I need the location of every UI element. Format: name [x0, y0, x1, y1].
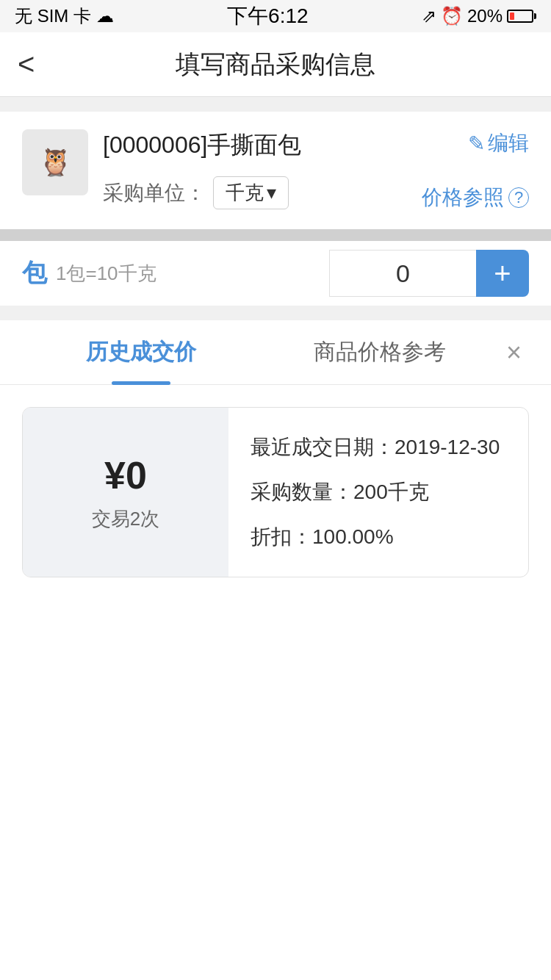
status-bar-left: 无 SIM 卡 ☁ — [15, 4, 114, 28]
alarm-icon: ⏰ — [441, 6, 463, 26]
tab-product-price-ref[interactable]: 商品价格参考 — [260, 320, 498, 385]
discount-label: 折扣： — [251, 525, 312, 548]
history-card: ¥0 交易2次 最近成交日期：2019-12-30 采购数量：200千克 折扣：… — [22, 407, 529, 577]
history-trade-count: 交易2次 — [92, 506, 159, 532]
tabs-header: 历史成交价 商品价格参考 × — [0, 320, 551, 385]
status-bar-right: ⇗ ⏰ 20% — [422, 6, 536, 26]
unit-badge: 包 — [22, 256, 47, 290]
unit-equiv: 1包=10千克 — [56, 261, 156, 287]
product-info: [0000006]手撕面包 采购单位： 千克 ▾ — [103, 129, 301, 209]
price-ref-label: 价格参照 — [422, 184, 504, 212]
dropdown-arrow-icon: ▾ — [267, 181, 276, 204]
product-card: 🦉 [0000006]手撕面包 采购单位： 千克 ▾ ✎ 编辑 — [0, 112, 551, 229]
history-quantity: 采购数量：200千克 — [251, 476, 506, 509]
history-recent-date: 最近成交日期：2019-12-30 — [251, 431, 506, 464]
edit-icon: ✎ — [468, 131, 485, 156]
quantity-input[interactable]: 0 — [329, 250, 476, 297]
help-icon: ? — [508, 187, 529, 208]
unit-label: 采购单位： — [103, 179, 206, 207]
quantity-value: 200千克 — [353, 480, 429, 503]
bottom-background — [0, 599, 551, 980]
unit-value: 千克 — [226, 180, 264, 206]
quantity-label-text: 采购数量： — [251, 480, 353, 503]
quantity-control: 0 + — [329, 250, 529, 297]
history-price-value: ¥0 — [104, 453, 147, 497]
product-thumbnail: 🦉 — [22, 129, 88, 195]
page-title: 填写商品采购信息 — [176, 48, 375, 82]
quantity-plus-button[interactable]: + — [476, 250, 529, 297]
discount-value: 100.00% — [312, 525, 394, 548]
history-detail-col: 最近成交日期：2019-12-30 采购数量：200千克 折扣：100.00% — [228, 408, 528, 577]
unit-select[interactable]: 千克 ▾ — [213, 176, 289, 209]
history-price-col: ¥0 交易2次 — [23, 408, 228, 577]
edit-button[interactable]: ✎ 编辑 — [468, 129, 529, 157]
quantity-label: 包 1包=10千克 — [22, 256, 156, 290]
recent-date-value: 2019-12-30 — [395, 436, 500, 458]
battery-percent: 20% — [467, 6, 503, 26]
recent-date-label: 最近成交日期： — [251, 436, 395, 458]
gray-divider — [0, 229, 551, 241]
location-icon: ⇗ — [422, 6, 436, 26]
tab-history-price[interactable]: 历史成交价 — [22, 320, 260, 385]
edit-label: 编辑 — [488, 129, 529, 157]
status-bar-time: 下午6:12 — [227, 2, 309, 30]
history-discount: 折扣：100.00% — [251, 521, 506, 554]
history-content: ¥0 交易2次 最近成交日期：2019-12-30 采购数量：200千克 折扣：… — [0, 385, 551, 599]
status-bar: 无 SIM 卡 ☁ 下午6:12 ⇗ ⏰ 20% — [0, 0, 551, 32]
quantity-row: 包 1包=10千克 0 + — [0, 241, 551, 306]
price-ref-button[interactable]: 价格参照 ? — [422, 184, 529, 212]
product-image-icon: 🦉 — [39, 147, 72, 178]
tabs-close-button[interactable]: × — [499, 330, 529, 375]
sim-status: 无 SIM 卡 ☁ — [15, 4, 114, 28]
back-button[interactable]: < — [18, 48, 35, 81]
nav-bar: < 填写商品采购信息 — [0, 32, 551, 97]
battery-icon — [507, 10, 536, 23]
product-name: [0000006]手撕面包 — [103, 129, 301, 162]
price-amount: 0 — [126, 454, 147, 497]
tabs-panel: 历史成交价 商品价格参考 × ¥0 交易2次 最近成交日期：2019-12-30… — [0, 320, 551, 599]
currency-symbol: ¥ — [104, 454, 126, 497]
